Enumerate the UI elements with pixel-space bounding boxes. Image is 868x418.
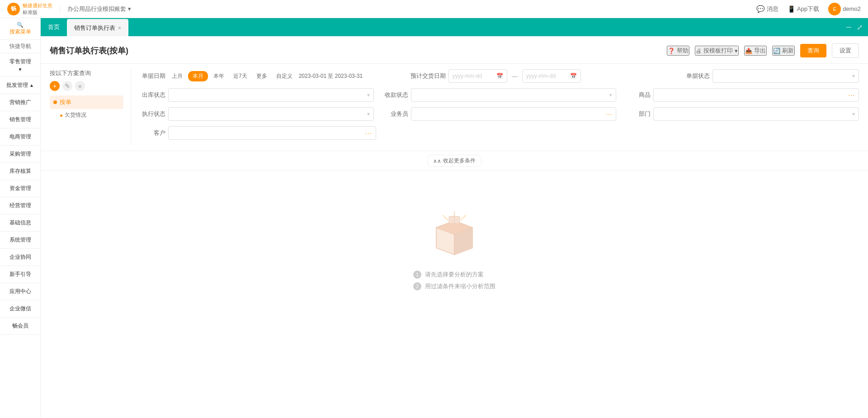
scheme-dot [53, 100, 57, 104]
doc-status-group: 单据状态 ▾ [683, 69, 859, 83]
industry-chevron: ▾ [128, 5, 131, 12]
outbound-select[interactable]: ▾ [168, 88, 374, 102]
collection-select[interactable]: ▾ [411, 88, 617, 102]
download-label: App下载 [797, 5, 819, 13]
doc-status-chevron: ▾ [852, 73, 855, 79]
customer-group: 客户 ··· [138, 126, 376, 140]
refresh-button[interactable]: 🔄 刷新 [772, 46, 795, 56]
dept-chevron: ▾ [852, 111, 855, 117]
tab-active[interactable]: 销售订单执行表 × [67, 19, 128, 37]
sidebar-item-member[interactable]: 畅会员 [0, 318, 40, 335]
collection-group: 收款状态 ▾ [381, 88, 617, 102]
sidebar-item-wholesale[interactable]: 批发管理 ▲ [0, 77, 40, 94]
sidebar-item-purchase[interactable]: 采购管理 [0, 146, 40, 163]
minimize-icon[interactable]: ─ [846, 23, 851, 31]
sidebar-quick-nav[interactable]: 快捷导航 [0, 40, 40, 53]
sidebar-item-marketing[interactable]: 营销推广 [0, 94, 40, 111]
sidebar-item-apps[interactable]: 应用中心 [0, 283, 40, 300]
content-area: 首页 销售订单执行表 × ─ ⤢ 销售订单执行表(按单) ❓ 帮助 [41, 18, 868, 418]
export-label: 导出 [754, 47, 766, 55]
top-bar-left: 畅 畅捷通好生意标准版 办公用品行业模拟账套 ▾ [7, 2, 131, 15]
customer-dots[interactable]: ··· [365, 129, 372, 137]
sub-item-label: 欠货情况 [65, 111, 86, 119]
calendar-icon-start: 📅 [496, 73, 503, 79]
goods-input[interactable]: ··· [653, 88, 859, 102]
message-action[interactable]: 💬 消息 [756, 5, 778, 13]
message-label: 消息 [767, 5, 778, 13]
date-btn-last-month[interactable]: 上月 [168, 71, 186, 81]
apps-label: 应用中心 [9, 288, 31, 295]
maximize-icon[interactable]: ⤢ [857, 23, 863, 32]
date-btn-7days[interactable]: 近7天 [230, 71, 251, 81]
inventory-label: 库存核算 [9, 167, 31, 175]
message-icon: 💬 [756, 5, 765, 13]
date-btn-more[interactable]: 更多 [253, 71, 271, 81]
date-btn-this-year[interactable]: 本年 [210, 71, 228, 81]
expected-date-end[interactable]: yyyy-mm-dd 📅 [522, 69, 581, 83]
date-filter-group: 单据日期 上月 本月 本年 近7天 更多 自定义 2023-03-01 至 20… [138, 71, 403, 81]
user-action[interactable]: E demo2 [828, 3, 861, 15]
quick-nav-label: 快捷导航 [9, 43, 31, 49]
date-end-placeholder: yyyy-mm-dd [526, 73, 556, 79]
scheme-sub-item-stock[interactable]: ● 欠货情况 [50, 109, 123, 121]
date-btn-custom[interactable]: 自定义 [273, 71, 296, 81]
tab-home[interactable]: 首页 [41, 18, 67, 36]
download-action[interactable]: 📱 App下载 [788, 5, 819, 13]
marketing-label: 营销推广 [9, 99, 31, 106]
filter-row-1: 单据日期 上月 本月 本年 近7天 更多 自定义 2023-03-01 至 20… [138, 69, 859, 83]
settings-button[interactable]: 设置 [832, 43, 859, 58]
salesperson-input[interactable]: ··· [411, 107, 617, 121]
scheme-add-icon[interactable]: + [50, 81, 60, 91]
empty-illustration [427, 207, 481, 261]
query-button[interactable]: 查询 [800, 44, 826, 57]
sidebar-item-basics[interactable]: 基础信息 [0, 214, 40, 232]
dept-select[interactable]: ▾ [653, 107, 859, 121]
sidebar-item-operation[interactable]: 经营管理 [0, 197, 40, 214]
execution-select[interactable]: ▾ [168, 107, 374, 121]
expected-date-start[interactable]: yyyy-mm-dd 📅 [448, 69, 507, 83]
date-btn-this-month[interactable]: 本月 [188, 71, 208, 81]
download-icon: 📱 [788, 5, 795, 13]
scheme-collapse-icon[interactable]: « [75, 81, 85, 91]
sidebar-item-sales[interactable]: 销售管理 [0, 111, 40, 128]
salesperson-dots[interactable]: ··· [606, 110, 613, 118]
doc-status-select[interactable]: ▾ [712, 69, 859, 83]
operation-label: 经营管理 [9, 202, 31, 209]
export-icon: 📤 [745, 48, 752, 54]
scheme-item-order[interactable]: 按单 [50, 95, 123, 109]
sidebar-item-finance[interactable]: 资金管理 [0, 180, 40, 197]
dash-separator: — [510, 73, 519, 80]
sidebar-item-retail[interactable]: 零售管理 ▼ [0, 53, 40, 77]
main-layout: 🔍 搜索菜单 快捷导航 零售管理 ▼ 批发管理 ▲ 营销推广 销售管理 电商管理… [0, 18, 868, 418]
tab-close-icon[interactable]: × [118, 25, 121, 31]
sales-label: 销售管理 [9, 116, 31, 124]
top-bar: 畅 畅捷通好生意标准版 办公用品行业模拟账套 ▾ 💬 消息 📱 App下载 E … [0, 0, 868, 18]
execution-group: 执行状态 ▾ [138, 107, 374, 121]
goods-dots[interactable]: ··· [848, 91, 855, 99]
sidebar-item-newbie[interactable]: 新手引导 [0, 266, 40, 283]
calendar-icon-end: 📅 [570, 73, 577, 79]
filter-row-3: 执行状态 ▾ 业务员 ··· [138, 107, 859, 121]
filter-section: 按以下方案查询 + ✎ « [41, 64, 868, 151]
industry-select[interactable]: 办公用品行业模拟账套 ▾ [67, 5, 131, 13]
sidebar-item-system[interactable]: 系统管理 [0, 232, 40, 249]
scheme-edit-icon[interactable]: ✎ [62, 81, 72, 91]
refresh-icon: 🔄 [773, 48, 780, 54]
print-button[interactable]: 🖨 按模板打印 ▾ [695, 46, 739, 56]
basics-label: 基础信息 [9, 219, 31, 227]
collapse-button[interactable]: ∧∧ 收起更多条件 [427, 155, 481, 167]
sidebar-item-collab[interactable]: 企业协同 [0, 249, 40, 266]
export-button[interactable]: 📤 导出 [744, 46, 767, 56]
tab-home-label: 首页 [48, 23, 60, 31]
sidebar-search[interactable]: 🔍 搜索菜单 [0, 18, 40, 40]
sidebar-item-wechat[interactable]: 企业微信 [0, 300, 40, 318]
execution-chevron: ▾ [367, 111, 370, 117]
empty-hint-2: 2 用过滤条件来缩小分析范围 [413, 282, 495, 290]
customer-input[interactable]: ··· [168, 126, 376, 140]
help-button[interactable]: ❓ 帮助 [667, 46, 689, 56]
sidebar-item-ecommerce[interactable]: 电商管理 [0, 128, 40, 146]
sidebar-item-inventory[interactable]: 库存核算 [0, 163, 40, 180]
collection-chevron: ▾ [609, 92, 612, 98]
sidebar: 🔍 搜索菜单 快捷导航 零售管理 ▼ 批发管理 ▲ 营销推广 销售管理 电商管理… [0, 18, 41, 418]
empty-state: 1 请先选择要分析的方案 2 用过滤条件来缩小分析范围 [41, 171, 868, 330]
